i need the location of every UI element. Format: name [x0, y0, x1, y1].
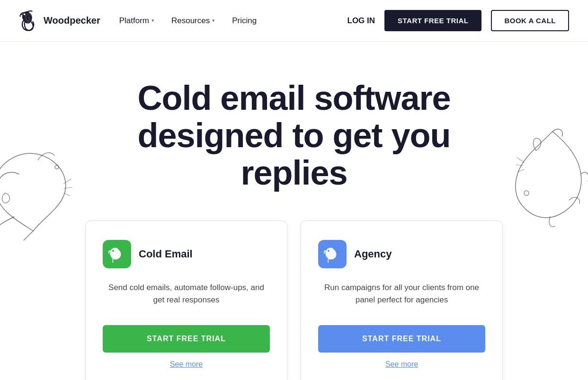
logo-text: Woodpecker — [44, 15, 100, 26]
cold-email-desc: Send cold emails, automate follow-ups, a… — [103, 282, 270, 310]
deco-right-illustration — [512, 127, 588, 231]
cold-email-card-header: Cold Email — [103, 240, 270, 268]
agency-see-more[interactable]: See more — [318, 360, 485, 369]
agency-card: Agency Run campaigns for all your client… — [301, 221, 503, 380]
agency-card-header: Agency — [318, 240, 485, 268]
agency-icon-bg — [318, 240, 347, 268]
nav-pricing[interactable]: Pricing — [232, 16, 257, 26]
cold-email-icon-bg — [103, 240, 131, 268]
logo-link[interactable]: Woodpecker — [19, 9, 100, 32]
hero-title: Cold email software designed to get you … — [81, 80, 507, 192]
nav-right: LOG IN START FREE TRIAL BOOK A CALL — [347, 10, 570, 31]
agency-icon — [324, 246, 341, 263]
svg-point-2 — [55, 165, 59, 169]
nav-links: Platform ▾ Resources ▾ Pricing — [119, 16, 347, 26]
svg-point-3 — [524, 191, 529, 195]
agency-desc: Run campaigns for all your clients from … — [318, 282, 485, 310]
nav-trial-button[interactable]: START FREE TRIAL — [384, 10, 481, 31]
product-cards: Cold Email Send cold emails, automate fo… — [19, 221, 569, 380]
cold-email-trial-button[interactable]: START FREE TRIAL — [103, 325, 270, 353]
hero-section: Cold email software designed to get you … — [0, 42, 588, 380]
agency-trial-button[interactable]: START FREE TRIAL — [318, 325, 485, 353]
nav-resources[interactable]: Resources ▾ — [171, 16, 215, 26]
navbar: Woodpecker Platform ▾ Resources ▾ Pricin… — [0, 0, 588, 42]
svg-point-5 — [328, 250, 330, 252]
platform-chevron-icon: ▾ — [151, 18, 154, 24]
resources-chevron-icon: ▾ — [212, 18, 215, 24]
cold-email-see-more[interactable]: See more — [103, 360, 270, 369]
svg-point-1 — [24, 13, 26, 15]
nav-platform[interactable]: Platform ▾ — [119, 16, 154, 26]
nav-call-button[interactable]: BOOK A CALL — [491, 10, 569, 31]
cold-email-card: Cold Email Send cold emails, automate fo… — [85, 221, 287, 380]
cold-email-title: Cold Email — [139, 248, 193, 260]
woodpecker-logo-icon — [19, 9, 39, 32]
svg-point-4 — [112, 250, 114, 252]
login-link[interactable]: LOG IN — [347, 16, 375, 26]
agency-title: Agency — [354, 248, 392, 260]
cold-email-icon — [108, 246, 125, 263]
